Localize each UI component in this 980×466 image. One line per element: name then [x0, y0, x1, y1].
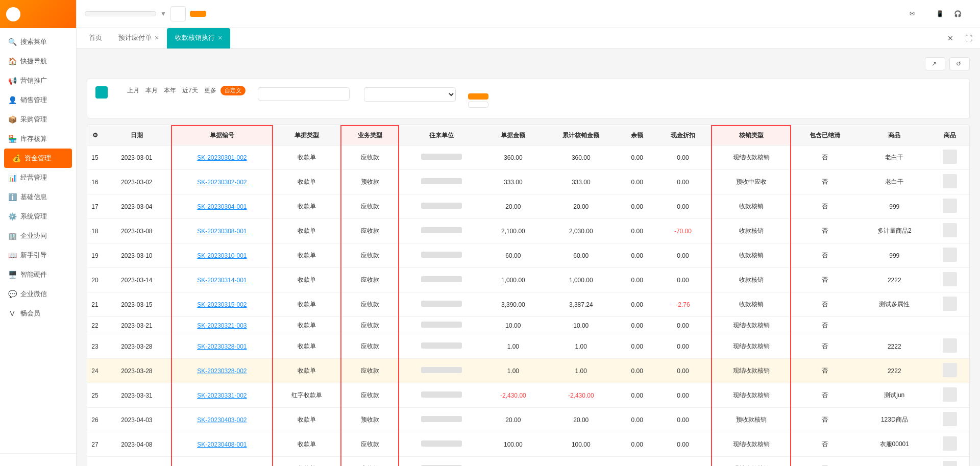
- message-icon: ✉: [910, 10, 915, 17]
- tab-close-payable[interactable]: ×: [155, 34, 159, 42]
- sidebar-item-wechat[interactable]: 💬企业微信: [0, 284, 76, 304]
- sidebar-item-finance[interactable]: 💰资金管理: [4, 149, 72, 168]
- cell-bill-no[interactable]: SK-20230314-001: [172, 268, 273, 292]
- cell-write-off: 20.00: [543, 408, 620, 432]
- cell-balance: 0.00: [620, 317, 655, 334]
- date-opt-本年[interactable]: 本年: [162, 85, 178, 96]
- topbar-nav[interactable]: [85, 11, 156, 16]
- sidebar-item-purchase[interactable]: 📦采购管理: [0, 110, 76, 129]
- date-opt-近7天[interactable]: 近7天: [180, 85, 200, 96]
- cell-cancel-type: 现结收款核销: [712, 383, 791, 408]
- cell-no: 26: [87, 408, 103, 432]
- tab-expand-btn[interactable]: ⛶: [962, 31, 976, 45]
- tab-close-all-btn[interactable]: ✕: [943, 31, 958, 45]
- sidebar-item-guide[interactable]: 📖新手引导: [0, 246, 76, 265]
- cell-amount: 60.00: [484, 243, 543, 268]
- sidebar-item-basic[interactable]: ℹ️基础信息: [0, 187, 76, 207]
- sidebar-item-hardware[interactable]: 🖥️智能硬件: [0, 265, 76, 284]
- cell-cash-discount: -2.76: [655, 292, 712, 317]
- cell-cash-discount: 0.00: [655, 170, 712, 194]
- hardware-icon: 🖥️: [8, 271, 16, 279]
- cell-bill-type: 收款单: [273, 170, 341, 194]
- cell-bill-no[interactable]: SK-20230315-002: [172, 292, 273, 317]
- tab-close-collection[interactable]: ×: [218, 34, 222, 42]
- cell-balance: 0.00: [620, 292, 655, 317]
- cell-date: 2023-03-08: [103, 219, 172, 243]
- cell-include-settled: 否: [791, 145, 858, 170]
- sidebar-item-search[interactable]: 🔍搜索菜单: [0, 32, 76, 52]
- cell-product-img: [930, 408, 969, 432]
- sidebar-item-member[interactable]: V畅会员: [0, 304, 76, 323]
- query-btn[interactable]: [468, 93, 488, 100]
- cell-cash-discount: 0.00: [655, 432, 712, 457]
- cell-bill-no[interactable]: SK-20230310-001: [172, 243, 273, 268]
- cell-bill-no[interactable]: SK-20230321-003: [172, 317, 273, 334]
- sidebar-item-quick[interactable]: 🏠快捷导航: [0, 52, 76, 71]
- cell-biz-type: 应收款: [341, 268, 399, 292]
- message-btn[interactable]: ✉: [910, 10, 928, 17]
- cell-bill-no[interactable]: SK-20230331-002: [172, 383, 273, 408]
- export-btn[interactable]: ↗: [925, 57, 945, 70]
- industry-btn[interactable]: [190, 11, 206, 17]
- cell-bill-no[interactable]: SK-20230302-002: [172, 170, 273, 194]
- online-service-btn[interactable]: 🎧: [954, 10, 964, 17]
- date-opt-更多[interactable]: 更多: [202, 85, 218, 96]
- cell-include-settled: 否: [791, 292, 858, 317]
- cell-date: 2023-03-28: [103, 359, 172, 383]
- cell-bill-no[interactable]: SK-20230408-001: [172, 432, 273, 457]
- tab-collection[interactable]: 收款核销执行×: [167, 28, 230, 48]
- cell-cancel-type: 现结收款核销: [712, 432, 791, 457]
- cell-no: 28: [87, 457, 103, 467]
- sidebar-label-finance: 资金管理: [24, 154, 51, 163]
- cell-cancel-type: 收款核销: [712, 243, 791, 268]
- custom-date-btn[interactable]: 自定义: [220, 86, 246, 95]
- cell-balance: 0.00: [620, 432, 655, 457]
- app-download-btn[interactable]: 📱: [936, 10, 946, 17]
- export-icon: ↗: [932, 60, 937, 67]
- setting-btn[interactable]: [468, 102, 488, 108]
- counterpart-input[interactable]: [258, 87, 350, 101]
- sidebar-item-system[interactable]: ⚙️系统管理: [0, 207, 76, 226]
- cell-bill-no[interactable]: SK-20230301-002: [172, 145, 273, 170]
- cell-bill-type: 收款单: [273, 268, 341, 292]
- cell-bill-no[interactable]: SK-20230308-001: [172, 219, 273, 243]
- cell-bill-no[interactable]: SK-20230304-001: [172, 194, 273, 219]
- sidebar-label-inventory: 库存核算: [20, 134, 47, 143]
- cell-bill-no[interactable]: SK-20230328-001: [172, 334, 273, 359]
- cell-counterpart: [399, 408, 484, 432]
- date-opt-本月[interactable]: 本月: [143, 85, 160, 96]
- tab-payable[interactable]: 预计应付单×: [110, 28, 167, 48]
- cell-no: 27: [87, 432, 103, 457]
- cell-bill-no[interactable]: SK-20230328-002: [172, 359, 273, 383]
- cell-cancel-type: 现结收款核销: [712, 317, 791, 334]
- finance-icon: 💰: [12, 154, 20, 162]
- cell-date: 2023-04-08: [103, 432, 172, 457]
- cell-counterpart: [399, 243, 484, 268]
- bill-type-select[interactable]: [364, 87, 456, 102]
- sidebar-label-basic: 基础信息: [20, 192, 47, 202]
- date-opt-上月[interactable]: 上月: [125, 85, 141, 96]
- cell-product-img: [930, 268, 969, 292]
- table-row: 282023-04-18SK-20230418-001收款单应收款100.001…: [87, 457, 969, 467]
- sidebar-item-inventory[interactable]: 🏪库存核算: [0, 129, 76, 149]
- cell-counterpart: [399, 317, 484, 334]
- cell-cash-discount: 0.00: [655, 243, 712, 268]
- refresh-btn[interactable]: ↺: [949, 57, 970, 70]
- cell-bill-no[interactable]: SK-20230403-002: [172, 408, 273, 432]
- cell-counterpart: [399, 194, 484, 219]
- filter-expand-btn[interactable]: [95, 86, 108, 99]
- topbar-gear-btn[interactable]: [170, 6, 186, 21]
- cell-bill-no[interactable]: SK-20230418-001: [172, 457, 273, 467]
- sidebar-bottom: [0, 453, 76, 466]
- cell-product-img: [930, 145, 969, 170]
- sidebar-item-marketing[interactable]: 📢营销推广: [0, 71, 76, 90]
- sidebar-item-operation[interactable]: 📊经营管理: [0, 168, 76, 187]
- tab-home[interactable]: 首页: [81, 28, 110, 48]
- sidebar-item-corp[interactable]: 🏢企业协同: [0, 226, 76, 246]
- cell-bill-type: 收款单: [273, 317, 341, 334]
- cell-include-settled: 否: [791, 317, 858, 334]
- cell-balance: 0.00: [620, 457, 655, 467]
- filter-area: 上月本月本年近7天更多自定义: [87, 79, 970, 118]
- sidebar-item-sales[interactable]: 👤销售管理: [0, 90, 76, 110]
- cell-counterpart: [399, 219, 484, 243]
